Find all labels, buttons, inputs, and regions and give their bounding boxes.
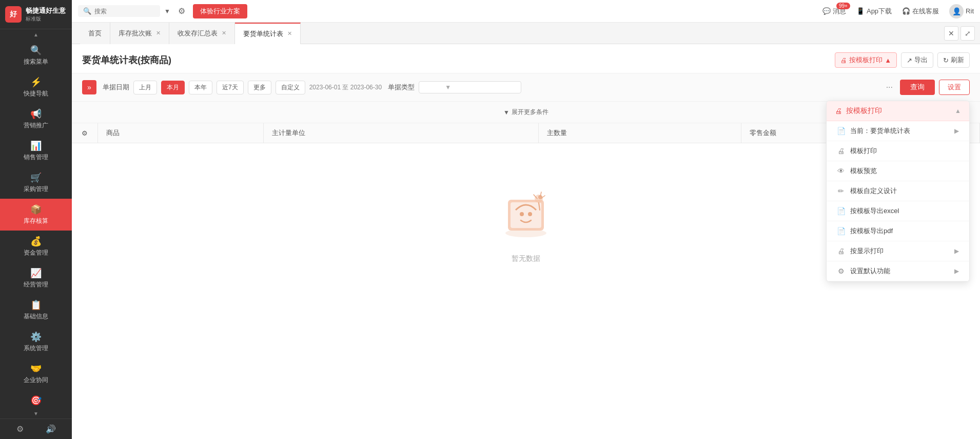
sidebar-item-purchase[interactable]: 🛒 采购管理	[0, 167, 72, 199]
dropdown-item-template-print[interactable]: 🖨 模板打印	[827, 141, 969, 161]
dropdown-item-export-pdf[interactable]: 📄 按模板导出pdf	[827, 221, 969, 241]
tab-order-stats-close[interactable]: ✕	[287, 30, 292, 37]
shortcut-icon: ⚡	[30, 77, 42, 88]
dropdown-set-default[interactable]: ⚙ 设置默认功能 ▶	[827, 261, 969, 281]
date-btn-7days[interactable]: 近7天	[217, 81, 244, 94]
sidebar-item-label: 新手引导	[24, 408, 48, 408]
messages-btn[interactable]: 💬 消息 99+	[822, 7, 846, 16]
trial-btn[interactable]: 体验行业方案	[193, 4, 247, 18]
dropdown-header-left: 🖨 按模板打印	[835, 106, 882, 116]
tab-home-label: 首页	[88, 29, 102, 38]
custom-item-icon: ✏	[837, 187, 845, 195]
topbar-dropdown-btn[interactable]: ▼	[164, 8, 170, 15]
sidebar-logo: 好 畅捷通好生意 标准版	[0, 0, 72, 29]
tab-maximize-btn[interactable]: ⤢	[961, 26, 975, 41]
date-btn-this-month[interactable]: 本月	[161, 81, 185, 94]
sidebar-scroll-up[interactable]: ▲	[0, 29, 72, 40]
sidebar-item-guide[interactable]: 🎯 新手引导	[0, 390, 72, 408]
order-type-select[interactable]: ▼	[419, 81, 521, 93]
sidebar-item-system[interactable]: ⚙️ 系统管理	[0, 326, 72, 358]
topbar-right: 💬 消息 99+ 📱 App下载 🎧 在线客服 👤 Rit	[822, 4, 974, 18]
date-filter-group: 单据日期 上月 本月 本年 近7天 更多 自定义 2023-06-01 至 20…	[103, 81, 382, 94]
current-template-left: 📄 当前：要货单统计表	[837, 126, 910, 136]
dropdown-header-right: ▲	[955, 107, 961, 114]
sidebar-item-finance[interactable]: 💰 资金管理	[0, 231, 72, 262]
tab-home[interactable]: 首页	[80, 23, 110, 44]
printer-icon: 🖨	[840, 56, 847, 64]
online-service-btn[interactable]: 🎧 在线客服	[902, 7, 939, 16]
pdf-item-icon: 📄	[837, 227, 845, 235]
sidebar-item-marketing[interactable]: 📢 营销推广	[0, 103, 72, 135]
dropdown-item-template-preview[interactable]: 👁 模板预览	[827, 161, 969, 181]
tab-batch-label: 库存批次账	[119, 29, 152, 38]
filter-expand-btn[interactable]: »	[82, 80, 96, 94]
sidebar-item-label: 企业协同	[24, 376, 48, 385]
app-download-btn[interactable]: 📱 App下载	[856, 7, 892, 16]
topbar-search-box[interactable]: 🔍	[78, 5, 160, 17]
template-custom-item-label: 模板自定义设计	[850, 186, 897, 196]
date-btn-this-year[interactable]: 本年	[189, 81, 212, 94]
sidebar-item-inventory[interactable]: 📦 库存核算	[0, 199, 72, 231]
printer-header-icon: 🖨	[835, 107, 842, 115]
dropdown-collapse-icon[interactable]: ▲	[955, 107, 961, 114]
tab-batch-close[interactable]: ✕	[156, 30, 161, 36]
search-input[interactable]	[94, 8, 151, 15]
download-icon: 📱	[856, 7, 865, 15]
tabs-bar: 首页 库存批次账 ✕ 收发存汇总表 ✕ 要货单统计表 ✕ ✕ ⤢	[72, 23, 980, 44]
sound-bottom-icon[interactable]: 🔊	[46, 424, 56, 434]
sidebar-item-operation[interactable]: 📈 经营管理	[0, 262, 72, 294]
export-excel-item-label: 按模板导出excel	[850, 206, 899, 216]
sidebar-item-search[interactable]: 🔍 搜索菜单	[0, 40, 72, 71]
th-product: 商品	[97, 123, 263, 143]
system-icon: ⚙️	[30, 331, 42, 342]
date-btn-more[interactable]: 更多	[248, 81, 271, 94]
refresh-icon: ↻	[943, 56, 949, 64]
online-service-label: 在线客服	[912, 7, 939, 16]
tab-receivables[interactable]: 收发存汇总表 ✕	[169, 23, 235, 44]
sidebar-item-shortcut[interactable]: ⚡ 快捷导航	[0, 71, 72, 103]
current-template-chevron: ▶	[954, 127, 959, 135]
more-options-btn[interactable]: ···	[883, 83, 896, 92]
dropdown-item-template-custom[interactable]: ✏ 模板自定义设计	[827, 181, 969, 201]
topbar: 🔍 ▼ ⚙ 体验行业方案 💬 消息 99+ 📱 App下载 🎧 在线客服	[72, 0, 980, 23]
app-logo-icon: 好	[5, 6, 22, 23]
user-avatar-btn[interactable]: 👤 Rit	[949, 4, 974, 18]
finance-icon: 💰	[30, 236, 42, 247]
sidebar-item-basic[interactable]: 📋 基础信息	[0, 294, 72, 326]
dropdown-item-export-excel[interactable]: 📄 按模板导出excel	[827, 201, 969, 221]
date-filter-label: 单据日期	[103, 83, 129, 92]
sidebar-item-sales[interactable]: 📊 销售管理	[0, 135, 72, 167]
dropdown-current-template[interactable]: 📄 当前：要货单统计表 ▶	[827, 121, 969, 141]
dropdown-show-print[interactable]: 🖨 按显示打印 ▶	[827, 241, 969, 261]
tab-order-stats-label: 要货单统计表	[243, 29, 283, 39]
export-btn[interactable]: ↗ 导出	[901, 52, 933, 68]
sidebar-bottom: ⚙ 🔊	[0, 418, 72, 439]
settings-bottom-icon[interactable]: ⚙	[16, 424, 24, 434]
sidebar-scroll-down[interactable]: ▼	[0, 408, 72, 418]
expand-more-btn[interactable]: ▼ 展开更多条件	[503, 105, 548, 120]
sidebar-item-label: 销售管理	[24, 153, 48, 162]
topbar-settings-btn[interactable]: ⚙	[174, 4, 189, 18]
page-content: 要货单统计表(按商品) 🖨 按模板打印 ▲ ↗ 导出 ↻ 刷新	[72, 44, 980, 439]
chevron-up-icon: ▲	[885, 56, 891, 64]
date-btn-last-month[interactable]: 上月	[133, 81, 157, 94]
sidebar-nav: 🔍 搜索菜单 ⚡ 快捷导航 📢 营销推广 📊 销售管理 🛒 采购管理 📦 库存核…	[0, 40, 72, 408]
tab-close-btn[interactable]: ✕	[944, 26, 958, 41]
messages-badge: 99+	[836, 3, 850, 9]
query-btn[interactable]: 查询	[900, 80, 935, 95]
sidebar: 好 畅捷通好生意 标准版 ▲ 🔍 搜索菜单 ⚡ 快捷导航 📢 营销推广 📊 销售…	[0, 0, 72, 439]
sidebar-item-collab[interactable]: 🤝 企业协同	[0, 358, 72, 390]
excel-item-icon: 📄	[837, 207, 845, 215]
filter-settings-btn[interactable]: 设置	[939, 80, 970, 95]
date-btn-custom[interactable]: 自定义	[276, 81, 305, 94]
tab-batch[interactable]: 库存批次账 ✕	[110, 23, 169, 44]
set-default-chevron: ▶	[954, 268, 959, 275]
refresh-btn[interactable]: ↻ 刷新	[937, 52, 970, 68]
th-settings[interactable]: ⚙	[72, 123, 97, 143]
template-print-item-label: 模板打印	[850, 146, 877, 156]
export-label: 导出	[914, 55, 928, 65]
tab-order-stats[interactable]: 要货单统计表 ✕	[235, 23, 301, 44]
template-print-btn[interactable]: 🖨 按模板打印 ▲	[835, 52, 897, 68]
tab-receivables-close[interactable]: ✕	[222, 30, 226, 36]
preview-item-icon: 👁	[837, 167, 845, 175]
